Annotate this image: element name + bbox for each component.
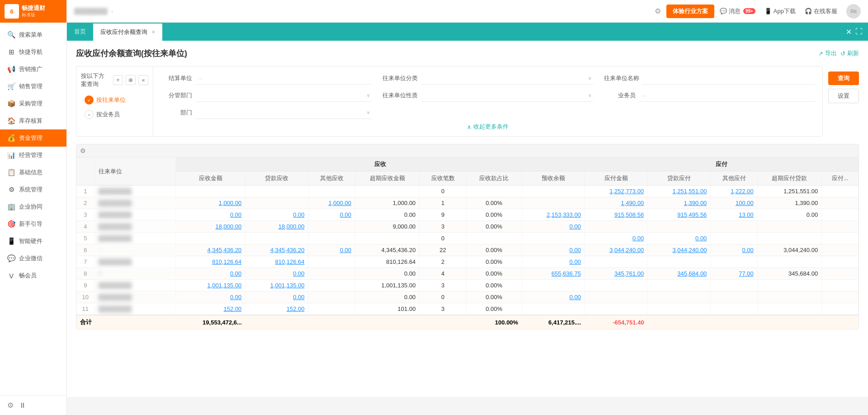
- sidebar-item-system[interactable]: ⚙系统管理: [0, 181, 66, 198]
- cell-no: 3: [76, 209, 94, 221]
- export-button[interactable]: ↗ 导出: [818, 49, 837, 57]
- col-payable-group: 应付: [585, 157, 858, 172]
- table-scroll[interactable]: 往来单位 应收 应付 应收金额 贷款应收 其他应收 超期应收金额 应收笔数 应收…: [76, 157, 859, 329]
- query-button[interactable]: 查询: [828, 72, 859, 85]
- field-name-input[interactable]: [643, 72, 815, 85]
- cell-ap-more: [822, 233, 859, 244]
- cell-ap-more: [822, 268, 859, 280]
- cell-ar-ratio: 0.00%: [466, 209, 522, 221]
- field-dept-manager-input[interactable]: ∨: [196, 89, 372, 102]
- cell-no: 6: [76, 244, 94, 256]
- cell-ar-overdue: 1,000.00: [355, 197, 419, 209]
- field-settlement: 结算单位 ···: [160, 72, 372, 85]
- action-buttons: 查询 设置: [823, 66, 859, 137]
- cell-ar-overdue: [355, 233, 419, 244]
- cell-ap-overdue: [757, 233, 821, 244]
- table-row: 7 ████████ 810,126.64 810,126.64 810,126…: [76, 256, 859, 268]
- sidebar-label-quicknav: 快捷导航: [19, 48, 42, 56]
- sidebar-item-operations[interactable]: 📊经营管理: [0, 147, 66, 164]
- collapse-icon[interactable]: ⏸: [19, 401, 26, 410]
- cell-ap-amount: [585, 280, 647, 291]
- cell-ap-other: [711, 233, 757, 244]
- sidebar-item-basic[interactable]: 📋基础信息: [0, 164, 66, 181]
- cell-ap-other: [711, 291, 757, 303]
- table-row: 9 ████████ 1,001,135.00 1,001,135.00 1,0…: [76, 280, 859, 291]
- field-category-input[interactable]: ∨: [421, 72, 594, 85]
- cell-ap-loan: 1,251,551.00: [648, 186, 711, 197]
- sidebar-item-corp[interactable]: 🏢企业协同: [0, 198, 66, 215]
- cell-ar-other: [308, 303, 355, 315]
- tab-close-window[interactable]: ✕: [846, 28, 852, 36]
- user-avatar[interactable]: Rit: [846, 4, 861, 19]
- salesman-dots: ···: [641, 92, 646, 99]
- sidebar-item-inventory[interactable]: 🏠库存核算: [0, 112, 66, 129]
- header-settings-icon[interactable]: ⚙: [655, 7, 661, 15]
- cell-ap-amount: [585, 291, 647, 303]
- sidebar-item-quicknav[interactable]: ⊞快捷导航: [0, 43, 66, 61]
- logo-icon: 6: [5, 4, 19, 19]
- cell-ar-overdue: 101.00: [355, 303, 419, 315]
- prev-filter-btn[interactable]: «: [138, 75, 148, 85]
- field-nature: 往来单位性质 ∨: [382, 89, 594, 102]
- sidebar-item-member[interactable]: V畅会员: [0, 267, 66, 284]
- cell-ar-ratio: 0.00%: [466, 256, 522, 268]
- filter-option1[interactable]: ✓ 按往来单位: [81, 94, 148, 106]
- field-dept-input[interactable]: ∨: [196, 106, 372, 119]
- cell-ap-amount: [585, 221, 647, 233]
- cell-ar-loan: [245, 186, 308, 197]
- field-nature-input[interactable]: ∨: [421, 89, 594, 102]
- sidebar-item-search[interactable]: 🔍搜索菜单: [0, 26, 66, 43]
- cell-ap-amount: [585, 303, 647, 315]
- cell-ar-loan: 4,345,436.20: [245, 244, 308, 256]
- tab-maximize[interactable]: ⛶: [855, 28, 863, 36]
- cell-ar-advance: [522, 233, 585, 244]
- sidebar-item-sales[interactable]: 🛒销售管理: [0, 78, 66, 95]
- cell-ar-advance: [522, 197, 585, 209]
- cell-no: 7: [76, 256, 94, 268]
- cell-ar-amount: 18,000.00: [176, 221, 245, 233]
- sidebar-item-marketing[interactable]: 📢营销推广: [0, 61, 66, 78]
- filter-option2[interactable]: ○ 按业务员: [81, 108, 148, 121]
- cell-ar-advance: [522, 303, 585, 315]
- field-settlement-input[interactable]: ···: [196, 72, 372, 85]
- col-no-header: [76, 157, 94, 186]
- settings-button[interactable]: 设置: [828, 89, 859, 103]
- cell-ar-count: 0: [420, 291, 466, 303]
- sidebar-item-finance[interactable]: 💰资金管理: [0, 129, 66, 147]
- tab-active[interactable]: 应收应付余额查询 ×: [93, 23, 162, 41]
- cell-ap-more: [822, 221, 859, 233]
- cell-no: 5: [76, 233, 94, 244]
- field-salesman-input[interactable]: ···: [639, 89, 815, 102]
- cell-ap-loan: [648, 291, 711, 303]
- sidebar-item-wechat[interactable]: 💬企业微信: [0, 250, 66, 267]
- footer-ar-other: [308, 315, 355, 329]
- messages-action[interactable]: 💬 消息 99+: [720, 7, 755, 15]
- tab-close-btn[interactable]: ×: [152, 29, 155, 35]
- settings-icon[interactable]: ⚙: [7, 401, 14, 410]
- filter-row3: 部门 ∨: [160, 106, 815, 119]
- table-settings-gear[interactable]: ⚙: [80, 147, 86, 154]
- cell-ap-loan: [648, 303, 711, 315]
- refresh-button[interactable]: ↺ 刷新: [840, 49, 859, 57]
- promo-button[interactable]: 体验行业方案: [666, 5, 714, 18]
- footer-ar-overdue: [355, 315, 419, 329]
- edit-filter-btn[interactable]: ⊕: [126, 75, 136, 85]
- cell-counterpart: ████████: [94, 221, 176, 233]
- cell-ar-count: 1: [420, 197, 466, 209]
- online-support-action[interactable]: 🎧 在线客服: [805, 7, 837, 15]
- cell-ap-more: [822, 256, 859, 268]
- cell-ar-ratio: 0.00%: [466, 268, 522, 280]
- add-filter-btn[interactable]: +: [113, 75, 123, 85]
- sidebar-item-purchase[interactable]: 📦采购管理: [0, 95, 66, 112]
- sidebar-item-guide[interactable]: 🎯新手引导: [0, 215, 66, 233]
- tab-home[interactable]: 首页: [67, 23, 93, 41]
- app-download-action[interactable]: 📱 App下载: [764, 7, 796, 15]
- collapse-button[interactable]: ∧ 收起更多条件: [467, 123, 509, 131]
- sidebar-item-hardware[interactable]: 📱智能硬件: [0, 233, 66, 250]
- cell-counterpart: ████████: [94, 280, 176, 291]
- page-container: 应收应付余额查询(按往来单位) ↗ 导出 ↺ 刷新 按: [67, 41, 868, 397]
- cell-ar-advance: [522, 280, 585, 291]
- option2-dot: ○: [85, 110, 94, 119]
- field-dept-label: 部门: [160, 109, 192, 117]
- refresh-icon: ↺: [840, 50, 845, 57]
